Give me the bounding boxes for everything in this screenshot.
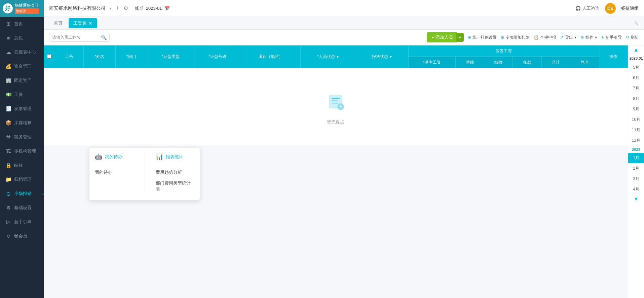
tab-home[interactable]: 首页 xyxy=(49,18,67,28)
sidebar-item-close[interactable]: 🔒 结账 xyxy=(0,158,44,172)
settings-icon[interactable]: ⚙ xyxy=(123,5,128,11)
close-lock-icon: 🔒 xyxy=(5,162,11,168)
month-11[interactable]: 11月 xyxy=(628,125,644,135)
sidebar-item-member[interactable]: V 畅会员 xyxy=(0,229,44,243)
empty-label: 暂无数据 xyxy=(327,119,344,125)
toolbar-right: + 添加人员 ▾ ⊕ 统一社保设置 ⊕ 专项附加扣除 📋 个税申报 xyxy=(427,32,639,42)
report-filter-icon[interactable]: ▼ xyxy=(389,55,392,59)
sidebar-item-basic[interactable]: ⚙ 基础设置 xyxy=(0,201,44,215)
logo-title: 畅捷通好会计 xyxy=(15,3,39,8)
operations-icon: ⚙ xyxy=(580,35,584,40)
month-up-icon[interactable]: ▲ xyxy=(632,45,640,54)
popup-col-todo-header: 🤖 我的待办 xyxy=(95,153,134,164)
avatar: CE xyxy=(605,3,616,14)
sidebar-item-label: 库存核算 xyxy=(14,120,32,126)
sidebar-item-label: 新手引导 xyxy=(14,219,32,225)
th-status: *人员状态 ▼ xyxy=(300,45,356,68)
tax-report-button[interactable]: 📋 个税申报 xyxy=(534,35,556,40)
th-dept: *部门 xyxy=(115,45,147,68)
month-2[interactable]: 2月 xyxy=(628,163,644,174)
sidebar-item-tax[interactable]: 🏛 税务管理 xyxy=(0,130,44,144)
th-basic-salary: *基本工资 xyxy=(408,57,455,68)
th-id-type: *证型类型 xyxy=(147,45,194,68)
sidebar-item-inventory[interactable]: 📦 库存核算 xyxy=(0,116,44,130)
month-6[interactable]: 6月 xyxy=(628,73,644,83)
sidebar-item-label: 总账 xyxy=(14,35,23,41)
sidebar-item-multi[interactable]: 🏗 多机构管理 xyxy=(0,144,44,158)
search-icon[interactable]: 🔍 xyxy=(101,35,107,40)
th-pension: 养老 xyxy=(570,57,599,68)
sidebar-item-fund[interactable]: 💰 资金管理 xyxy=(0,59,44,73)
empty-illustration xyxy=(322,88,349,115)
month-5[interactable]: 5月 xyxy=(628,62,644,73)
tab-close-icon[interactable]: ✕ xyxy=(88,21,92,26)
sidebar-item-archive[interactable]: 📁 归档管理 xyxy=(0,172,44,187)
sidebar-item-guide[interactable]: ▷ 新手引导 xyxy=(0,215,44,229)
month-9[interactable]: 9月 xyxy=(628,104,644,114)
popup-item-dept-expense[interactable]: 部门费用类型统计表 xyxy=(156,178,195,195)
member-icon: V xyxy=(5,233,11,239)
sidebar-item-label: 工资 xyxy=(14,92,23,98)
status-filter-icon[interactable]: ▼ xyxy=(336,55,339,59)
select-all-checkbox[interactable] xyxy=(47,54,51,59)
sidebar-item-invoice[interactable]: 🧾 发票管理 xyxy=(0,102,44,116)
cloud-icon: ☁ xyxy=(5,49,11,55)
service-button[interactable]: 🎧 人工咨询 xyxy=(575,5,600,11)
popup-item-expense-trend[interactable]: 费用趋势分析 xyxy=(156,167,195,178)
social-insurance-button[interactable]: ⊕ 统一社保设置 xyxy=(468,35,497,40)
refresh-button[interactable]: ↺ 刷新 xyxy=(626,35,639,40)
popup-menu-row: 🤖 我的待办 我的待办 📊 报表统计 费用趋势分析 部门费用类型统计表 xyxy=(95,153,194,195)
export-button[interactable]: ↗ 导出 ▾ xyxy=(560,35,576,40)
sidebar-item-label: 结账 xyxy=(14,162,23,168)
invoice-icon: 🧾 xyxy=(5,106,11,112)
sidebar-item-label: 资金管理 xyxy=(14,63,32,69)
tabbar: 首页 工资表 ✕ ⤡ xyxy=(44,17,644,30)
sidebar-item-label: 云报表中心 xyxy=(14,49,36,55)
maximize-icon[interactable]: ⤡ xyxy=(634,20,639,26)
stats-icon: 📊 xyxy=(156,153,163,161)
add-icon: + xyxy=(431,35,434,40)
sidebar-item-home[interactable]: ⊞ 首页 xyxy=(0,17,44,31)
sidebar-item-xiaochang[interactable]: G 小畅报销 ‹ xyxy=(0,187,44,201)
ledger-icon: ≡ xyxy=(5,35,11,41)
month-12[interactable]: 12月 xyxy=(628,135,644,146)
search-input[interactable] xyxy=(52,35,99,40)
sidebar-item-cloud[interactable]: ☁ 云报表中心 xyxy=(0,45,44,59)
month-10[interactable]: 10月 xyxy=(628,114,644,125)
tab-salary[interactable]: 工资表 ✕ xyxy=(69,18,97,28)
add-company-icon[interactable]: + xyxy=(116,5,119,12)
inventory-icon: 📦 xyxy=(5,120,11,126)
month-1-current[interactable]: 1月 xyxy=(628,153,644,163)
topbar: 西安虾米网络科技有限公司 ▾ + ⚙ 账期 2023-01 📅 🎧 人工咨询 C… xyxy=(44,0,644,17)
company-chevron-icon[interactable]: ▾ xyxy=(110,6,112,11)
operations-button[interactable]: ⚙ 操作 ▾ xyxy=(580,35,597,40)
month-down-icon[interactable]: ▼ xyxy=(632,195,640,203)
month-year-label: 2023.01 xyxy=(628,54,644,62)
th-id-no: *证型号码 xyxy=(194,45,241,68)
calendar-icon[interactable]: 📅 xyxy=(164,6,170,11)
th-total: 合计 xyxy=(541,57,570,68)
sidebar-item-assets[interactable]: 🏢 固定资产 xyxy=(0,73,44,88)
operations-chevron-icon: ▾ xyxy=(595,35,597,40)
month-7[interactable]: 7月 xyxy=(628,83,644,94)
archive-icon: 📁 xyxy=(5,176,11,183)
popup-menu: 🤖 我的待办 我的待办 📊 报表统计 费用趋势分析 部门费用类型统计表 xyxy=(89,147,200,200)
assets-icon: 🏢 xyxy=(5,77,11,84)
todo-icon: 🤖 xyxy=(95,153,102,161)
month-8[interactable]: 8月 xyxy=(628,94,644,104)
popup-item-todo[interactable]: 我的待办 xyxy=(95,167,134,178)
add-person-dropdown-icon[interactable]: ▾ xyxy=(456,33,464,42)
special-deduction-button[interactable]: ⊕ 专项附加扣除 xyxy=(501,35,530,40)
search-box[interactable]: 🔍 xyxy=(49,33,110,42)
salary-icon: 💵 xyxy=(5,92,11,98)
sidebar-item-salary[interactable]: 💵 工资 xyxy=(0,88,44,102)
month-3[interactable]: 3月 xyxy=(628,174,644,184)
topbar-right: 🎧 人工咨询 CE 畅捷通组 xyxy=(575,3,639,14)
sidebar-item-ledger[interactable]: ≡ 总账 xyxy=(0,31,44,45)
month-4[interactable]: 4月 xyxy=(628,184,644,195)
th-no: 工号 xyxy=(55,45,84,68)
sidebar-item-label: 小畅报销 xyxy=(14,191,32,197)
sidebar: 好 畅捷通好会计 旗舰版 ⊞ 首页 ≡ 总账 ☁ 云报表中心 💰 资金管理 🏢 … xyxy=(0,0,44,298)
guide-button[interactable]: ✦ 新手引导 xyxy=(601,35,622,40)
add-person-button[interactable]: + 添加人员 xyxy=(427,32,458,42)
